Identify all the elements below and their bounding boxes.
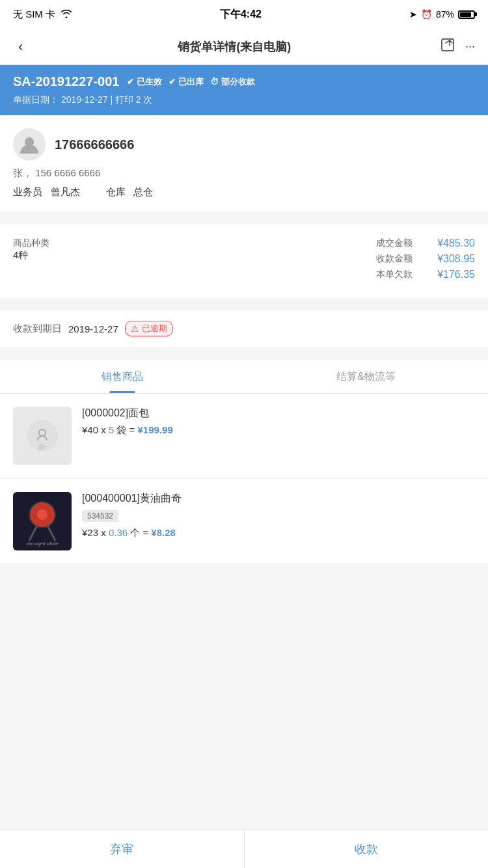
list-item: damaged whale [000400001]黄油曲奇 534532 ¥23… (0, 479, 488, 564)
product-qty-2: 0.36 (109, 527, 128, 538)
wifi-icon (61, 9, 72, 20)
check-icon-2: ✔ (169, 77, 176, 87)
tab-settlement[interactable]: 结算&物流等 (244, 360, 488, 393)
product-qty-1: 5 (109, 424, 114, 435)
product-info-1: [0000002]面包 ¥40 x 5 袋 = ¥199.99 (82, 407, 475, 437)
owed-value: ¥176.35 (423, 269, 475, 280)
overdue-badge: ⚠ 已逾期 (125, 321, 173, 336)
product-price-2: ¥23 x 0.36 个 = ¥8.28 (82, 527, 475, 539)
order-header: SA-20191227-001 ✔ 已生效 ✔ 已出库 ⏱ 部分收款 单据日期：… (0, 65, 488, 115)
battery-icon (458, 10, 475, 19)
product-info-2: [000400001]黄油曲奇 534532 ¥23 x 0.36 个 = ¥8… (82, 492, 475, 539)
status-right: ➤ ⏰ 87% (409, 9, 475, 20)
order-date-row: 单据日期： 2019-12-27 | 打印 2 次 (13, 94, 475, 106)
check-icon-1: ✔ (127, 77, 134, 87)
summary-grid: 商品种类 4种 成交金额 ¥485.30 收款金额 ¥308.95 本单欠款 ¥… (13, 237, 475, 284)
confirm-button[interactable]: 收款 (245, 830, 489, 868)
received-row: 收款金额 ¥308.95 (376, 253, 475, 265)
customer-name-alt: 张， 156 6666 6666 (13, 167, 475, 180)
alarm-icon: ⏰ (421, 9, 432, 20)
tab-sales-products[interactable]: 销售商品 (0, 360, 244, 393)
order-id-row: SA-20191227-001 ✔ 已生效 ✔ 已出库 ⏱ 部分收款 (13, 74, 475, 89)
product-thumb-2: damaged whale (13, 492, 72, 550)
more-button[interactable]: ··· (465, 40, 475, 53)
back-button[interactable]: ‹ (13, 33, 28, 61)
summary-section: 商品种类 4种 成交金额 ¥485.30 收款金额 ¥308.95 本单欠款 ¥… (0, 224, 488, 297)
bottom-actions: 弃审 收款 (0, 829, 488, 868)
amount-value: ¥485.30 (423, 237, 475, 249)
battery-text: 87% (436, 9, 454, 20)
product-tag-2: 534532 (82, 510, 118, 522)
divider-3 (0, 353, 488, 360)
tabs-row: 销售商品 结算&物流等 (0, 360, 488, 394)
svg-text:品+: 品+ (38, 444, 47, 450)
order-id-text: SA-20191227-001 (13, 74, 119, 89)
product-types-label: 商品种类 (13, 237, 49, 249)
product-total-1: ¥199.99 (138, 424, 173, 435)
due-date-value: 2019-12-27 (68, 323, 118, 334)
received-value: ¥308.95 (423, 253, 475, 265)
divider-1 (0, 218, 488, 224)
products-section: 品+ [0000002]面包 ¥40 x 5 袋 = ¥199.99 (0, 394, 488, 564)
overdue-text: 已逾期 (142, 323, 167, 334)
product-thumb-1: 品+ (13, 407, 72, 465)
nav-actions: ··· (441, 38, 475, 55)
product-name-2: [000400001]黄油曲奇 (82, 492, 475, 506)
product-total-2: ¥8.28 (151, 527, 176, 538)
product-price-1: ¥40 x 5 袋 = ¥199.99 (82, 424, 475, 437)
svg-rect-0 (442, 39, 454, 51)
status-left: 无 SIM 卡 (13, 8, 72, 21)
status-time: 下午4:42 (220, 8, 262, 21)
avatar (13, 128, 46, 161)
divider-2 (0, 304, 488, 310)
summary-left: 商品种类 4种 (13, 237, 49, 262)
tabs-section: 销售商品 结算&物流等 (0, 360, 488, 394)
status-effective: ✔ 已生效 (127, 76, 162, 88)
customer-phone: 17666666666 (55, 137, 134, 152)
due-date-label: 收款到期日 (13, 323, 62, 335)
location-icon: ➤ (409, 9, 417, 20)
overdue-icon: ⚠ (131, 323, 139, 334)
product-name-1: [0000002]面包 (82, 407, 475, 420)
svg-text:damaged whale: damaged whale (26, 541, 59, 547)
customer-meta: 业务员 曾凡杰 仓库 总仓 (13, 186, 475, 198)
bottom-spacer (0, 564, 488, 610)
amount-row: 成交金额 ¥485.30 (376, 237, 475, 249)
page-title: 销货单详情(来自电脑) (178, 39, 291, 55)
owed-row: 本单欠款 ¥176.35 (376, 269, 475, 280)
list-item: 品+ [0000002]面包 ¥40 x 5 袋 = ¥199.99 (0, 394, 488, 479)
status-tags: ✔ 已生效 ✔ 已出库 ⏱ 部分收款 (127, 76, 255, 88)
share-button[interactable] (441, 38, 455, 55)
status-partial-payment: ⏱ 部分收款 (210, 76, 255, 88)
product-types-value: 4种 (13, 249, 49, 262)
received-label: 收款金额 (376, 253, 413, 265)
customer-row: 17666666666 (13, 128, 475, 161)
carrier-text: 无 SIM 卡 (13, 8, 55, 21)
svg-point-8 (37, 509, 47, 520)
customer-section: 17666666666 张， 156 6666 6666 业务员 曾凡杰 仓库 … (0, 115, 488, 211)
amount-label: 成交金额 (376, 237, 413, 249)
due-section: 收款到期日 2019-12-27 ⚠ 已逾期 (0, 310, 488, 347)
warehouse-item: 仓库 总仓 (106, 186, 154, 198)
salesperson-item: 业务员 曾凡杰 (13, 186, 80, 198)
summary-right: 成交金额 ¥485.30 收款金额 ¥308.95 本单欠款 ¥176.35 (376, 237, 475, 284)
cancel-button[interactable]: 弃审 (0, 830, 245, 868)
clock-icon: ⏱ (210, 77, 219, 87)
status-bar: 无 SIM 卡 下午4:42 ➤ ⏰ 87% (0, 0, 488, 29)
status-shipped: ✔ 已出库 (169, 76, 204, 88)
owed-label: 本单欠款 (376, 269, 413, 280)
nav-bar: ‹ 销货单详情(来自电脑) ··· (0, 29, 488, 65)
